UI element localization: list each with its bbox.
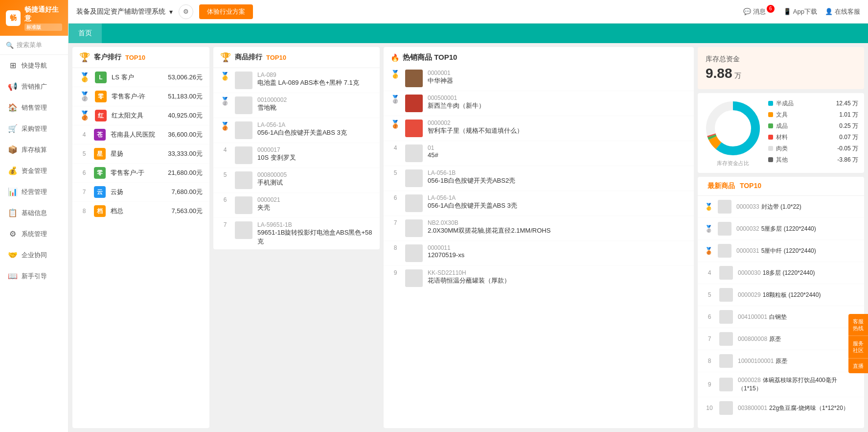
customer-amount: 21,680.00元 [168,168,203,177]
product-image [405,70,423,87]
sidebar: 畅 畅捷通好生意 标准版 🔍 搜索菜单 ⊞快捷导航📢营销推广🏠销售管理🛒采购管理… [0,0,69,432]
sidebar-item-guide[interactable]: 📖新手引导 [0,265,68,287]
product-image [405,219,423,237]
rank1-icon: 🥇 [390,70,400,79]
sidebar-nav: ⊞快捷导航📢营销推广🏠销售管理🛒采购管理📦库存核算💰资金管理📊经营管理📋基础信息… [0,55,68,432]
sidebar-item-marketing[interactable]: 📢营销推广 [0,76,68,97]
sidebar-item-finance[interactable]: 💰资金管理 [0,160,68,181]
nav-icon-basic-info: 📋 [8,208,18,217]
product-info: 000800005 手机测试 [257,171,373,187]
product-image [718,244,731,258]
latest-products-list: 🥇 0000033封边带 (1.0*22) 🥈 00000325厘多层 (122… [698,196,864,419]
rank2-icon: 🥈 [79,91,90,102]
sidebar-search[interactable]: 🔍 搜索菜单 [0,36,68,55]
sidebar-item-quick-nav[interactable]: ⊞快捷导航 [0,55,68,76]
product-info: 0000021 夹壳 [257,196,373,212]
sidebar-logo-text: 畅捷通好生意 标准版 [24,5,62,31]
hot-products-header: 🔥 热销商品 TOP10 [384,47,694,66]
customer-name: 零售客户-许 [112,92,163,101]
trial-button[interactable]: 体验行业方案 [199,4,253,19]
legend-dot [768,146,773,151]
product-info: LA-056-1A 056-1A白色按键开关盖ABS 3壳 [428,194,687,210]
customer-name: 星扬 [111,149,163,158]
latest-products-title: 最新商品 TOP10 [698,177,864,196]
product-ranking-list: 🥇 LA-089 电池盖 LA-089 ABS本色+黑种 7.1克 🥈 0010… [213,68,380,249]
product-image [719,266,733,280]
rank-badge: 零 [94,167,106,179]
product-image [718,200,731,214]
rank1-icon: 🥇 [705,203,713,211]
product-image [235,196,252,214]
customer-amount: 7,680.00元 [171,188,203,196]
legend-item: 半成品 12.45 万 [768,99,858,108]
nav-icon-cooperation: 🤝 [8,250,18,260]
topbar-system-name[interactable]: 装备及固定资产辅助管理系统 ▾ [76,7,173,16]
table-row: 8 档 档总 7,563.00元 [72,202,209,220]
product-info: 0000011 12070519-xs [428,244,687,259]
sidebar-item-operation[interactable]: 📊经营管理 [0,181,68,202]
table-row: 🥇 LA-089 电池盖 LA-089 ABS本色+黑种 7.1克 [213,68,380,93]
product-info: 01 45# [428,144,687,159]
rank-badge: 苍 [94,129,106,141]
table-row: 5 000800005 手机测试 [213,168,380,193]
table-row: 7 LA-59651-1B 59651-1B旋转投影灯电池盒ABS黑色+58克 [213,218,380,249]
product-image [405,169,423,187]
legend-dot [768,135,773,140]
customer-amount: 53,006.26元 [168,73,203,82]
product-ranking-card: 🏆 商品排行 TOP10 🥇 LA-089 电池盖 LA-089 ABS本色+黑… [213,47,380,249]
legend-item: 其他 -3.86 万 [768,156,858,164]
phone-icon: 📱 [783,8,791,15]
list-item: 🥇 0000001 中华神器 [384,66,694,91]
tab-首页[interactable]: 首页 [69,24,102,43]
sidebar-item-system[interactable]: ⚙系统管理 [0,223,68,244]
donut-chart-section: 库存资金占比 半成品 12.45 万 文具 1.01 万 成品 0.25 万 材… [698,93,864,173]
nav-icon-system: ⚙ [8,229,18,239]
sidebar-item-inventory[interactable]: 📦库存核算 [0,139,68,160]
float-btn-2[interactable]: 直播 [848,359,868,373]
product-image [405,194,423,212]
table-row: 4 苍 苍南县人民医院 36,600.00元 [72,125,209,144]
settings-button[interactable]: ⚙ [179,4,193,19]
message-button[interactable]: 💬 消息 6 [743,7,776,16]
chevron-down-icon: ▾ [169,8,173,16]
app-download-button[interactable]: 📱 App下载 [783,7,817,16]
list-item: 🥈 00000325厘多层 (1220*2440) [698,218,864,240]
table-row: 4 0000017 10S 变刹罗叉 [213,143,380,168]
latest-products-card: 最新商品 TOP10 🥇 0000033封边带 (1.0*22) 🥈 00000… [698,177,864,428]
customer-amount: 33,333.00元 [168,149,203,158]
list-item: 10 00380000122g鱼豆腐-烧烤味（1*12*20） [698,397,864,419]
donut-chart [704,99,762,158]
fire-icon: 🔥 [390,53,400,62]
search-icon: 🔍 [6,42,14,49]
product-info: LA-089 电池盖 LA-089 ABS本色+黑种 7.1克 [257,72,373,87]
sidebar-item-cooperation[interactable]: 🤝企业协同 [0,244,68,265]
legend-item: 材料 0.07 万 [768,133,858,142]
donut-legend: 半成品 12.45 万 文具 1.01 万 成品 0.25 万 材料 0.07 … [768,99,858,167]
product-info: 0000002 智利车子里（规格不知道填什么） [428,120,687,135]
float-btn-1[interactable]: 服务 社区 [848,336,868,359]
legend-dot [768,112,773,117]
sidebar-item-basic-info[interactable]: 📋基础信息 [0,202,68,223]
rank-badge: 零 [95,91,107,102]
nav-icon-guide: 📖 [8,271,18,281]
table-row: 7 云 云扬 7,680.00元 [72,183,209,202]
product-info: 001000002 雪地靴 [257,96,373,112]
main-content: 🏆 客户排行 TOP10 🥇 L LS 客户 53,006.26元 🥈 零 零售… [69,43,868,432]
product-image [719,401,733,415]
table-row: 🥉 红 红太阳文具 40,925.00元 [72,106,209,125]
product-image [405,95,423,112]
online-service-button[interactable]: 👤 在线客服 [825,7,860,16]
float-btn-0[interactable]: 客服 热线 [848,314,868,336]
legend-dot [768,157,773,162]
sidebar-item-purchase[interactable]: 🛒采购管理 [0,118,68,139]
list-item: 4 01 45# [384,141,694,166]
rank2-icon: 🥈 [390,95,400,104]
product-info: 0000001 中华神器 [428,70,687,85]
product-image [405,120,423,137]
message-badge: 6 [767,5,775,13]
rank3-icon: 🥉 [390,120,400,129]
rank3-icon: 🥉 [79,110,90,121]
sidebar-item-sales[interactable]: 🏠销售管理 [0,97,68,118]
legend-item: 文具 1.01 万 [768,111,858,119]
topbar: 装备及固定资产辅助管理系统 ▾ ⚙ 体验行业方案 💬 消息 6 📱 App下载 … [69,0,868,24]
